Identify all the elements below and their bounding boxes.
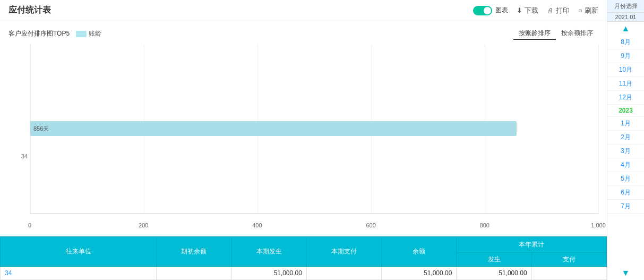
- chart-toggle-label: 图表: [495, 6, 508, 15]
- x-label-200: 200: [139, 222, 148, 228]
- col-header-ytd-occur: 发生: [457, 253, 531, 267]
- refresh-icon: ○: [578, 6, 582, 14]
- cell-ytd-pay: [531, 267, 606, 280]
- print-label: 打印: [556, 6, 570, 15]
- sidebar-header: 月份选择: [607, 0, 644, 13]
- col-header-supplier: 往来单位: [1, 237, 157, 267]
- sidebar-nav-up-button[interactable]: ▲: [607, 22, 644, 36]
- col-header-current: 本期发生: [231, 237, 306, 267]
- sidebar-month-item[interactable]: 10月: [607, 63, 644, 77]
- sort-by-amount-button[interactable]: 按账龄排序: [513, 28, 556, 40]
- legend-item-age: 账龄: [76, 29, 101, 38]
- legend-left: 客户应付排序图TOP5 账龄: [8, 29, 101, 38]
- cell-supplier: 34: [1, 267, 157, 280]
- col-header-payment: 本期支付: [306, 237, 381, 267]
- cell-opening: [157, 267, 231, 280]
- download-label: 下载: [525, 6, 538, 15]
- table-section: 往来单位 期初余额 本期发生 本期支付 余额 本年累计 发生 支付 34: [0, 236, 607, 280]
- col-header-opening: 期初余额: [157, 237, 231, 267]
- table-body: 34 51,000.00 51,000.00 51,000.00: [1, 267, 607, 280]
- chart-x-axis: 0 200 400 600 800 1,000: [30, 214, 598, 230]
- header-actions: 图表 ⬇ 下载 🖨 打印 ○ 刷新: [473, 6, 598, 15]
- supplier-link[interactable]: 34: [5, 269, 12, 277]
- col-header-ytd-pay: 支付: [531, 253, 606, 267]
- sidebar-month-item[interactable]: 5月: [607, 172, 644, 186]
- download-icon: ⬇: [517, 6, 522, 14]
- sidebar-month-item[interactable]: 9月: [607, 49, 644, 63]
- x-label-0: 0: [28, 222, 31, 228]
- sidebar-month-item[interactable]: 12月: [607, 91, 644, 105]
- cell-payment: [306, 267, 381, 280]
- x-label-800: 800: [480, 222, 490, 228]
- sidebar-nav-down-button[interactable]: ▼: [607, 266, 644, 280]
- table-row: 34 51,000.00 51,000.00 51,000.00: [1, 267, 607, 280]
- bar-end-label-34: 856天: [33, 125, 49, 133]
- legend-title: 客户应付排序图TOP5: [8, 29, 70, 38]
- cell-current: 51,000.00: [231, 267, 306, 280]
- sidebar-year-display: 2021.01: [607, 13, 644, 22]
- grid-line-1000: [598, 44, 599, 213]
- chart-section: 客户应付排序图TOP5 账龄 按账龄排序 按余额排序 34: [0, 21, 607, 236]
- print-icon: 🖨: [547, 6, 554, 14]
- cell-balance: 51,000.00: [382, 267, 457, 280]
- download-button[interactable]: ⬇ 下载: [517, 6, 538, 15]
- bar-34: [30, 121, 517, 136]
- sidebar-month-item[interactable]: 2023: [607, 105, 644, 117]
- sidebar-month-item[interactable]: 7月: [607, 200, 644, 214]
- x-label-600: 600: [366, 222, 375, 228]
- sidebar-month-item[interactable]: 11月: [607, 77, 644, 91]
- chart-legend: 客户应付排序图TOP5 账龄 按账龄排序 按余额排序: [8, 28, 598, 40]
- refresh-button[interactable]: ○ 刷新: [578, 6, 598, 15]
- sort-by-balance-button[interactable]: 按余额排序: [556, 28, 598, 40]
- x-label-400: 400: [252, 222, 262, 228]
- sidebar-month-item[interactable]: 4月: [607, 158, 644, 172]
- sort-buttons: 按账龄排序 按余额排序: [513, 28, 598, 40]
- chart-toggle-switch[interactable]: [473, 6, 492, 15]
- y-label-34: 34: [21, 153, 28, 159]
- table-wrapper: 往来单位 期初余额 本期发生 本期支付 余额 本年累计 发生 支付 34: [0, 236, 607, 280]
- col-header-balance: 余额: [382, 237, 457, 267]
- page-header: 应付统计表 图表 ⬇ 下载 🖨 打印 ○ 刷新: [0, 0, 607, 21]
- x-label-1000: 1,000: [591, 222, 606, 228]
- sidebar-month-item[interactable]: 1月: [607, 117, 644, 131]
- chart-toggle-group[interactable]: 图表: [473, 6, 508, 15]
- bar-row-34: 856天: [30, 121, 598, 136]
- page-title: 应付统计表: [8, 5, 51, 16]
- sidebar-months-list: 8月9月10月11月12月20231月2月3月4月5月6月7月: [607, 36, 644, 266]
- chart-container: 34 856天 0 200: [8, 44, 598, 230]
- table-header-row-1: 往来单位 期初余额 本期发生 本期支付 余额 本年累计: [1, 237, 607, 253]
- refresh-label: 刷新: [585, 6, 598, 15]
- sidebar-month-item[interactable]: 2月: [607, 131, 644, 145]
- sidebar-month-item[interactable]: 6月: [607, 186, 644, 200]
- col-header-ytd: 本年累计: [457, 237, 607, 253]
- legend-color-box: [76, 31, 87, 37]
- sidebar-month-item[interactable]: 8月: [607, 36, 644, 49]
- cell-ytd-occur: 51,000.00: [457, 267, 531, 280]
- sidebar-month-item[interactable]: 3月: [607, 145, 644, 158]
- chart-bars-area: 856天: [30, 44, 598, 214]
- sidebar: 月份选择 2021.01 ▲ 8月9月10月11月12月20231月2月3月4月…: [607, 0, 644, 280]
- chart-y-axis: 34: [8, 44, 30, 214]
- data-table: 往来单位 期初余额 本期发生 本期支付 余额 本年累计 发生 支付 34: [0, 236, 607, 280]
- legend-color-label: 账龄: [89, 29, 101, 38]
- print-button[interactable]: 🖨 打印: [547, 6, 570, 15]
